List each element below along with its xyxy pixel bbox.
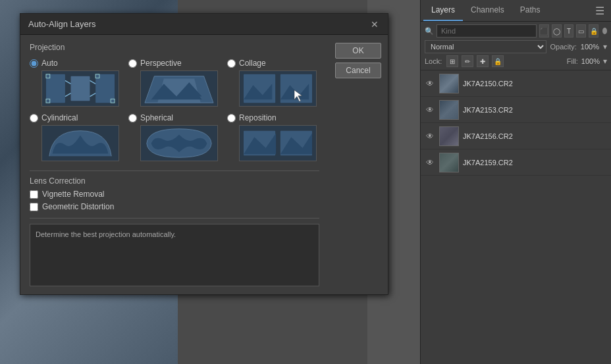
projection-label: Projection <box>30 43 319 52</box>
proj-label-auto[interactable]: Auto <box>41 59 58 68</box>
lock-all-icon[interactable]: 🔒 <box>492 55 504 67</box>
proj-image-spherical <box>140 125 218 161</box>
search-row: 🔍 ⬛ ◯ T ▭ 🔒 <box>425 24 607 38</box>
filter-T-btn[interactable]: T <box>564 24 574 38</box>
proj-radio-row-reposition[interactable]: Reposition <box>227 113 277 122</box>
proj-label-spherical[interactable]: Spherical <box>140 113 173 122</box>
vignette-label[interactable]: Vignette Removal <box>42 190 105 199</box>
dialog-titlebar: Auto-Align Layers ✕ <box>20 14 388 35</box>
eye-icon-2[interactable]: 👁 <box>425 131 435 142</box>
geometric-label[interactable]: Geometric Distortion <box>42 202 114 211</box>
radio-spherical[interactable] <box>128 114 137 122</box>
proj-radio-row-perspective[interactable]: Perspective <box>128 59 182 68</box>
radio-reposition[interactable] <box>227 114 236 122</box>
proj-label-cylindrical[interactable]: Cylindrical <box>41 113 78 122</box>
dialog-buttons: OK Cancel <box>329 35 388 294</box>
proj-label-perspective[interactable]: Perspective <box>140 59 182 68</box>
layer-item-0[interactable]: 👁 JK7A2150.CR2 <box>421 70 611 97</box>
layer-thumb-1 <box>439 100 459 120</box>
geometric-checkbox[interactable] <box>30 203 38 211</box>
blend-row: Normal Opacity: 100% ▾ <box>425 40 607 53</box>
svg-rect-1 <box>46 74 65 103</box>
eye-icon-1[interactable]: 👁 <box>425 105 435 115</box>
dialog-title: Auto-Align Layers <box>28 19 96 29</box>
panel-tabs: Layers Channels Paths ☰ <box>421 0 611 22</box>
opacity-chevron-icon[interactable]: ▾ <box>603 42 607 51</box>
layer-list: 👁 JK7A2150.CR2 👁 JK7A2153.CR2 👁 JK7A2156… <box>421 70 611 364</box>
filter-dot <box>602 28 607 34</box>
proj-radio-row-spherical[interactable]: Spherical <box>128 113 173 122</box>
filter-lock-btn[interactable]: 🔒 <box>589 24 598 38</box>
radio-collage[interactable] <box>227 59 236 68</box>
lens-correction-section: Lens Correction Vignette Removal Geometr… <box>30 176 319 211</box>
description-text: Determine the best projection automatica… <box>36 230 176 238</box>
panel-menu-button[interactable]: ☰ <box>591 2 608 20</box>
layer-thumb-3 <box>439 153 459 172</box>
fill-label: Fill: <box>567 57 578 65</box>
proj-radio-row-collage[interactable]: Collage <box>227 59 266 68</box>
layer-name-2: JK7A2156.CR2 <box>463 132 513 140</box>
filter-icon-btn[interactable]: ⬛ <box>539 24 549 38</box>
radio-perspective[interactable] <box>128 59 137 68</box>
layer-name-1: JK7A2153.CR2 <box>463 106 513 114</box>
radio-cylindrical[interactable] <box>30 114 38 122</box>
proj-image-auto <box>41 70 119 107</box>
filter-circle-btn[interactable]: ◯ <box>552 24 562 38</box>
layers-panel: Layers Channels Paths ☰ 🔍 ⬛ ◯ T ▭ 🔒 Norm… <box>420 0 611 364</box>
tab-layers[interactable]: Layers <box>423 0 463 21</box>
blend-mode-select[interactable]: Normal <box>425 40 546 53</box>
cancel-button[interactable]: Cancel <box>335 63 381 78</box>
proj-item-perspective: Perspective <box>128 59 221 107</box>
proj-radio-row-auto[interactable]: Auto <box>30 59 58 68</box>
layer-item-2[interactable]: 👁 JK7A2156.CR2 <box>421 123 611 149</box>
ok-button[interactable]: OK <box>335 43 381 59</box>
lock-label: Lock: <box>425 57 442 65</box>
fill-chevron-icon[interactable]: ▾ <box>603 57 607 66</box>
proj-item-spherical: Spherical <box>128 113 221 161</box>
description-box: Determine the best projection automatica… <box>30 224 319 286</box>
divider-1 <box>30 170 319 171</box>
lock-row: Lock: ⊞ ✏ ✚ 🔒 Fill: 100% ▾ <box>425 55 607 67</box>
tab-paths[interactable]: Paths <box>512 0 548 21</box>
layer-item-1[interactable]: 👁 JK7A2153.CR2 <box>421 97 611 123</box>
lens-correction-label: Lens Correction <box>30 176 319 186</box>
proj-item-cylindrical: Cylindrical <box>30 113 122 161</box>
search-input[interactable] <box>437 24 537 38</box>
svg-rect-2 <box>71 76 90 101</box>
proj-image-collage <box>239 70 317 107</box>
dialog-body: Projection Auto <box>20 35 388 294</box>
layer-item-3[interactable]: 👁 JK7A2159.CR2 <box>421 149 611 176</box>
proj-item-auto: Auto <box>30 59 122 107</box>
geometric-row: Geometric Distortion <box>30 202 319 211</box>
filter-rect-btn[interactable]: ▭ <box>576 24 586 38</box>
proj-image-reposition <box>239 125 317 161</box>
vignette-checkbox[interactable] <box>30 190 38 199</box>
layer-thumb-2 <box>439 126 459 146</box>
proj-item-reposition: Reposition <box>227 113 319 161</box>
lock-pos-icon[interactable]: ⊞ <box>446 55 458 67</box>
proj-image-cylindrical <box>41 125 119 161</box>
search-icon: 🔍 <box>425 27 434 36</box>
auto-align-dialog: Auto-Align Layers ✕ Projection Auto <box>20 13 388 295</box>
svg-rect-3 <box>95 74 115 103</box>
layer-name-3: JK7A2159.CR2 <box>463 159 513 167</box>
projection-grid: Auto <box>30 59 319 161</box>
opacity-label: Opacity: <box>550 43 577 51</box>
divider-2 <box>30 218 319 219</box>
dialog-main: Projection Auto <box>20 35 329 294</box>
lock-pixel-icon[interactable]: ✏ <box>462 55 473 67</box>
tab-channels[interactable]: Channels <box>463 0 512 21</box>
fill-value: 100% <box>581 57 600 65</box>
lock-move-icon[interactable]: ✚ <box>477 55 489 67</box>
layer-controls: 🔍 ⬛ ◯ T ▭ 🔒 Normal Opacity: 100% ▾ Lock:… <box>421 22 611 70</box>
eye-icon-3[interactable]: 👁 <box>425 157 435 168</box>
vignette-row: Vignette Removal <box>30 190 319 199</box>
eye-icon-0[interactable]: 👁 <box>425 78 435 89</box>
proj-label-reposition[interactable]: Reposition <box>239 113 277 122</box>
radio-auto[interactable] <box>30 59 38 68</box>
close-button[interactable]: ✕ <box>369 20 380 29</box>
proj-radio-row-cylindrical[interactable]: Cylindrical <box>30 113 78 122</box>
opacity-value: 100% <box>581 43 599 51</box>
proj-label-collage[interactable]: Collage <box>239 59 266 68</box>
layer-thumb-0 <box>439 74 459 93</box>
